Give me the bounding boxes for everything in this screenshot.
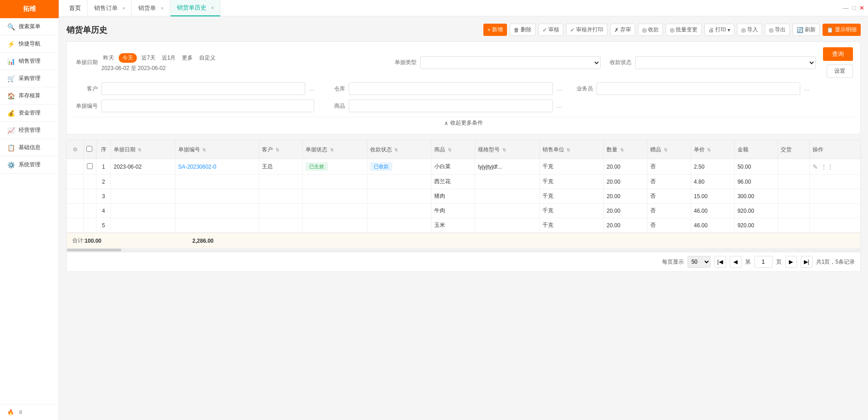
query-button[interactable]: 查询 [823, 47, 853, 61]
filter-collapse-label: 收起更多条件 [450, 119, 483, 127]
shortcut-more[interactable]: 更多 [180, 53, 195, 63]
filter-product-input[interactable] [349, 100, 552, 112]
table-footer: 合计: 100.00 2,286.00 [67, 233, 860, 248]
th-doc-no[interactable]: 单据编号 ⇅ [175, 140, 259, 159]
shortcut-last1month[interactable]: 近1月 [160, 53, 178, 63]
shortcut-today[interactable]: 今天 [119, 53, 137, 63]
th-doc-date[interactable]: 单据日期 ⇅ [111, 140, 176, 159]
window-minimize-btn[interactable]: — [843, 5, 848, 11]
import-icon: ◎ [741, 27, 746, 33]
table-scroll-thumb[interactable] [67, 249, 121, 251]
td-gear [67, 159, 84, 175]
abandon-button[interactable]: ✗ 弃审 [610, 24, 635, 36]
sidebar-item-sales-mgmt[interactable]: 📊 销售管理 [0, 53, 59, 70]
filter-salesperson-dots[interactable]: … [804, 85, 809, 92]
filter-customer-input[interactable] [101, 82, 305, 95]
th-unit-price[interactable]: 单价 ⇅ [691, 140, 735, 159]
row-actions: ✎ ⋮⋮ [813, 163, 858, 170]
page-input[interactable] [754, 256, 773, 268]
th-spec[interactable]: 规格型号 ⇅ [475, 140, 540, 159]
sidebar-item-operations[interactable]: 📈 经营管理 [0, 122, 59, 139]
tab-sales-order-close[interactable]: × [122, 5, 125, 11]
add-button[interactable]: + 新增 [483, 24, 507, 36]
td-doc-status [303, 189, 367, 204]
sidebar-item-finance[interactable]: 💰 资金管理 [0, 105, 59, 122]
sidebar-item-purchase-mgmt[interactable]: 🛒 采购管理 [0, 70, 59, 87]
batch-change-icon: ◎ [670, 27, 674, 33]
filter-product-dots[interactable]: … [557, 103, 562, 109]
td-product: 西兰花 [431, 175, 475, 189]
sidebar-bottom-icon1[interactable]: 🔥 [7, 409, 14, 415]
batch-change-button[interactable]: ◎ 批量变更 [666, 24, 702, 36]
filter-warehouse-input[interactable] [349, 82, 552, 95]
print-button[interactable]: 🖨 打印 ▾ [704, 24, 734, 36]
doc-no-link[interactable]: SA-20230602-0 [178, 164, 216, 170]
th-unit[interactable]: 销售单位 ⇅ [539, 140, 604, 159]
export-button[interactable]: ◎ 导出 [765, 24, 790, 36]
page-size-label: 每页显示 [662, 258, 684, 266]
delete-button[interactable]: 🗑 删除 [510, 24, 536, 36]
tab-sales-history-close[interactable]: × [211, 5, 214, 10]
receive-button[interactable]: ◎ 收款 [638, 24, 663, 36]
filter-doctype-select[interactable] [420, 56, 601, 69]
window-maximize-btn[interactable]: □ [852, 5, 856, 11]
row-checkbox[interactable] [87, 163, 93, 169]
filter-paystatus-select[interactable] [635, 56, 816, 69]
tab-sales-delivery[interactable]: 销货单 × [132, 0, 170, 16]
more-icon[interactable]: ⋮⋮ [821, 163, 833, 170]
tab-sales-delivery-close[interactable]: × [161, 5, 163, 11]
page-prev-btn[interactable]: ◀ [730, 256, 742, 268]
filter-salesperson-input[interactable] [597, 82, 800, 95]
sort-product-icon: ⇅ [448, 147, 452, 152]
td-gear [67, 189, 84, 204]
tab-home[interactable]: 首页 [63, 0, 88, 16]
page-last-btn[interactable]: ▶| [801, 256, 813, 268]
td-unit: 千克 [539, 159, 604, 175]
th-qty[interactable]: 数量 ⇅ [604, 140, 647, 159]
td-unit: 千克 [539, 204, 604, 218]
refresh-button[interactable]: 🔄 刷新 [793, 24, 820, 36]
page-next-btn[interactable]: ▶ [785, 256, 797, 268]
sidebar-item-label-sys: 系统管理 [19, 161, 40, 169]
filter-docno-input[interactable] [101, 100, 314, 112]
sidebar-bottom-icon2[interactable]: ⏸ [18, 409, 23, 415]
sidebar-item-search-menu[interactable]: 🔍 搜索菜单 [0, 18, 59, 35]
shortcut-yesterday[interactable]: 昨天 [101, 53, 116, 63]
table-header-row: ⚙ 序 单据日期 ⇅ 单据编号 ⇅ [67, 140, 860, 159]
import-button[interactable]: ◎ 导入 [737, 24, 762, 36]
edit-icon[interactable]: ✎ [813, 163, 818, 170]
filter-customer-dots[interactable]: … [309, 85, 314, 92]
filter-warehouse-dots[interactable]: … [557, 85, 562, 92]
td-transaction [778, 204, 809, 218]
sidebar-item-quick-nav[interactable]: ⚡ 快捷导航 [0, 35, 59, 53]
sidebar-item-basic-info[interactable]: 📋 基础信息 [0, 139, 59, 156]
tab-sales-history[interactable]: 销货单历史 × [171, 0, 221, 16]
collapse-up-icon: ∧ [444, 120, 448, 126]
select-all-checkbox[interactable] [86, 146, 92, 152]
window-close-btn[interactable]: ✕ [859, 5, 864, 11]
td-doc-no [175, 204, 259, 218]
audit-print-button[interactable]: ✓ 审核并打印 [566, 24, 607, 36]
th-doc-status[interactable]: 单据状态 ⇅ [303, 140, 367, 159]
audit-button[interactable]: ✓ 审核 [538, 24, 563, 36]
shortcut-custom[interactable]: 自定义 [197, 53, 217, 63]
td-checkbox [84, 218, 96, 233]
shortcut-last7days[interactable]: 近7天 [140, 53, 157, 63]
total-qty: 100.00 [85, 238, 101, 244]
tab-sales-order-label: 销售订单 [94, 4, 118, 12]
gear-settings-icon[interactable]: ⚙ [70, 144, 80, 155]
show-detail-button[interactable]: 📋 显示明细 [823, 24, 861, 36]
setting-button[interactable]: 设置 [827, 65, 853, 78]
th-pay-status-label: 收款状态 [370, 146, 392, 153]
page-first-btn[interactable]: |◀ [714, 256, 726, 268]
sidebar-item-sys-mgmt[interactable]: ⚙️ 系统管理 [0, 156, 59, 174]
filter-collapse-btn[interactable]: ∧ 收起更多条件 [74, 117, 853, 129]
tab-sales-order[interactable]: 销售订单 × [88, 0, 132, 16]
th-product[interactable]: 商品 ⇅ [431, 140, 475, 159]
th-pay-status[interactable]: 收款状态 ⇅ [367, 140, 431, 159]
th-customer[interactable]: 客户 ⇅ [259, 140, 303, 159]
table-scroll-bar[interactable] [67, 248, 860, 252]
sidebar-item-inventory[interactable]: 🏠 库存核算 [0, 87, 59, 105]
page-size-select[interactable]: 50 100 200 [687, 256, 711, 268]
th-gift[interactable]: 赠品 ⇅ [647, 140, 691, 159]
